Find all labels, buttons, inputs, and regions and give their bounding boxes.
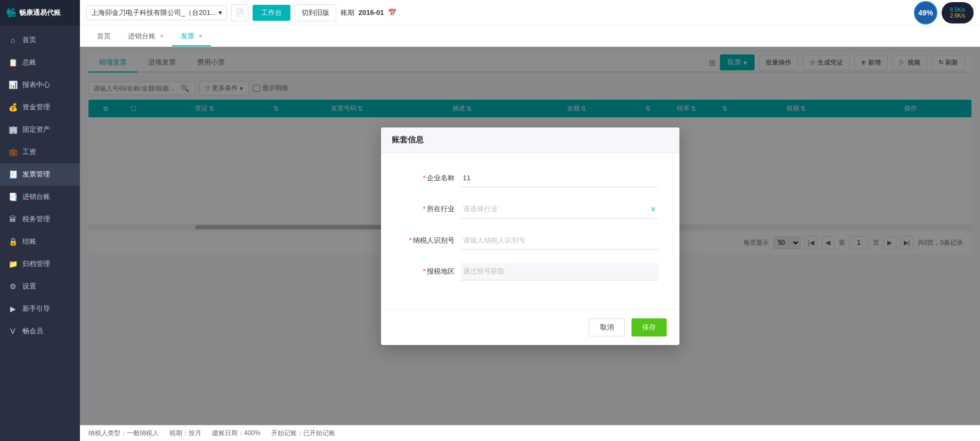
bottom-bar: 纳税人类型：一般纳税人 税期：按月 建账日期：400% 开始记账：已开始记账 bbox=[80, 425, 980, 441]
fund-label: 资金管理 bbox=[22, 102, 50, 112]
company-name-input[interactable] bbox=[461, 169, 658, 187]
modal-overlay: 账套信息 *企业名称 *所在行业 bbox=[80, 47, 980, 425]
bottom-bookkeeping: 开始记账：已开始记账 bbox=[271, 429, 335, 438]
sidebar-item-fund[interactable]: 💰 资金管理 bbox=[0, 96, 80, 118]
topbar-doc-icon[interactable]: 📄 bbox=[231, 4, 248, 21]
bottom-tax-period: 税期：按月 bbox=[169, 429, 201, 438]
modal-footer: 取消 保存 bbox=[381, 309, 679, 345]
sidebar-item-ledger[interactable]: 📋 总账 bbox=[0, 51, 80, 74]
sidebar-item-fixed[interactable]: 🏢 固定资产 bbox=[0, 118, 80, 141]
percent-indicator: 49% bbox=[914, 1, 937, 25]
tab-invoice[interactable]: 发票 × bbox=[172, 27, 211, 46]
cancel-button[interactable]: 取消 bbox=[589, 318, 625, 336]
topbar: 上海卯金刀电子科技有限公司_（台201... ▾ 📄 工作台 切到旧版 账期 2… bbox=[80, 0, 980, 26]
sidebar-item-report[interactable]: 📊 报表中心 bbox=[0, 74, 80, 96]
settings-label: 设置 bbox=[22, 282, 36, 291]
save-button[interactable]: 保存 bbox=[631, 318, 667, 336]
tab-purchase[interactable]: 进销台账 × bbox=[119, 27, 172, 46]
salary-label: 工资 bbox=[22, 147, 36, 157]
close-label: 结账 bbox=[22, 237, 36, 246]
form-label-industry: *所在行业 bbox=[402, 204, 461, 214]
calendar-icon[interactable]: 📅 bbox=[388, 9, 396, 17]
app-logo: 畅 畅康通易代账 bbox=[0, 0, 80, 26]
tab-purchase-close[interactable]: × bbox=[160, 32, 164, 40]
main-content: 上海卯金刀电子科技有限公司_（台201... ▾ 📄 工作台 切到旧版 账期 2… bbox=[80, 0, 980, 441]
form-row-industry: *所在行业 请选择行业 ∨ bbox=[402, 200, 658, 219]
archive-label: 归档管理 bbox=[22, 259, 50, 269]
industry-select[interactable]: 请选择行业 bbox=[461, 200, 658, 218]
workbench-button[interactable]: 工作台 bbox=[253, 5, 290, 21]
sidebar: 畅 畅康通易代账 ⌂ 首页 📋 总账 📊 报表中心 💰 资金管理 🏢 固定资产 … bbox=[0, 0, 80, 441]
account-info-modal: 账套信息 *企业名称 *所在行业 bbox=[381, 127, 679, 345]
tab-home[interactable]: 首页 bbox=[88, 27, 119, 46]
content-area: 销项发票 进项发票 费用小票 ⊞ 取票 ▾ 批量操作 bbox=[80, 47, 980, 425]
home-icon: ⌂ bbox=[9, 36, 17, 44]
form-row-taxid: *纳税人识别号 bbox=[402, 231, 658, 250]
sidebar-item-salary[interactable]: 💼 工资 bbox=[0, 141, 80, 163]
modal-body: *企业名称 *所在行业 请选择行业 bbox=[381, 153, 679, 309]
sidebar-menu: ⌂ 首页 📋 总账 📊 报表中心 💰 资金管理 🏢 固定资产 💼 工资 🧾 发票… bbox=[0, 26, 80, 441]
logo-icon: 畅 bbox=[6, 6, 16, 19]
form-row-taxregion: *报税地区 bbox=[402, 262, 658, 280]
purchase-label: 进销台账 bbox=[22, 192, 50, 202]
guide-icon: ▶ bbox=[9, 304, 17, 313]
sidebar-item-guide[interactable]: ▶ 新手引导 bbox=[0, 298, 80, 320]
member-label: 畅会员 bbox=[22, 326, 43, 336]
archive-icon: 📁 bbox=[9, 260, 17, 268]
tab-bar: 首页 进销台账 × 发票 × bbox=[80, 26, 980, 47]
member-icon: V bbox=[9, 327, 17, 335]
period-label: 账期 bbox=[341, 8, 354, 18]
speed-indicator: 8.5K/s 2.6K/s bbox=[942, 2, 974, 23]
period-value: 2016-01 bbox=[359, 9, 384, 17]
sidebar-item-purchase[interactable]: 📑 进销台账 bbox=[0, 186, 80, 208]
bottom-setup-date: 建账日期：400% bbox=[212, 429, 261, 438]
sidebar-item-settings[interactable]: ⚙ 设置 bbox=[0, 275, 80, 298]
salary-icon: 💼 bbox=[9, 148, 17, 156]
tax-id-input[interactable] bbox=[461, 231, 658, 250]
fixed-label: 固定资产 bbox=[22, 125, 50, 134]
sidebar-item-home[interactable]: ⌂ 首页 bbox=[0, 29, 80, 51]
app-name: 畅康通易代账 bbox=[19, 8, 61, 18]
sidebar-item-tax[interactable]: 🏛 税务管理 bbox=[0, 208, 80, 230]
industry-select-wrapper: 请选择行业 ∨ bbox=[461, 200, 658, 219]
report-icon: 📊 bbox=[9, 81, 17, 89]
modal-title: 账套信息 bbox=[381, 127, 679, 153]
bottom-tax-type: 纳税人类型：一般纳税人 bbox=[88, 429, 159, 438]
tax-region-input bbox=[461, 262, 658, 280]
company-name: 上海卯金刀电子科技有限公司_（台201... bbox=[91, 8, 216, 18]
close-icon: 🔒 bbox=[9, 237, 17, 246]
company-selector[interactable]: 上海卯金刀电子科技有限公司_（台201... ▾ bbox=[86, 5, 227, 20]
sidebar-item-close[interactable]: 🔒 结账 bbox=[0, 230, 80, 253]
switch-version-button[interactable]: 切到旧版 bbox=[295, 4, 336, 21]
home-label: 首页 bbox=[22, 35, 36, 45]
ledger-label: 总账 bbox=[22, 58, 36, 67]
form-label-company: *企业名称 bbox=[402, 173, 461, 183]
fund-icon: 💰 bbox=[9, 103, 17, 111]
form-row-company: *企业名称 bbox=[402, 169, 658, 187]
sidebar-item-member[interactable]: V 畅会员 bbox=[0, 320, 80, 342]
report-label: 报表中心 bbox=[22, 80, 50, 90]
settings-icon: ⚙ bbox=[9, 282, 17, 291]
invoice-icon: 🧾 bbox=[9, 170, 17, 179]
tax-icon: 🏛 bbox=[9, 215, 17, 223]
tax-label: 税务管理 bbox=[22, 214, 50, 224]
sidebar-item-invoice[interactable]: 🧾 发票管理 bbox=[0, 163, 80, 186]
tab-invoice-close[interactable]: × bbox=[199, 32, 203, 40]
form-label-taxid: *纳税人识别号 bbox=[402, 236, 461, 245]
form-label-taxregion: *报税地区 bbox=[402, 267, 461, 276]
purchase-icon: 📑 bbox=[9, 193, 17, 201]
ledger-icon: 📋 bbox=[9, 58, 17, 67]
invoice-label: 发票管理 bbox=[22, 170, 50, 179]
guide-label: 新手引导 bbox=[22, 304, 50, 314]
fixed-icon: 🏢 bbox=[9, 125, 17, 134]
sidebar-item-archive[interactable]: 📁 归档管理 bbox=[0, 253, 80, 275]
company-arrow-icon: ▾ bbox=[218, 9, 222, 17]
topbar-right: 49% 8.5K/s 2.6K/s bbox=[914, 1, 974, 25]
